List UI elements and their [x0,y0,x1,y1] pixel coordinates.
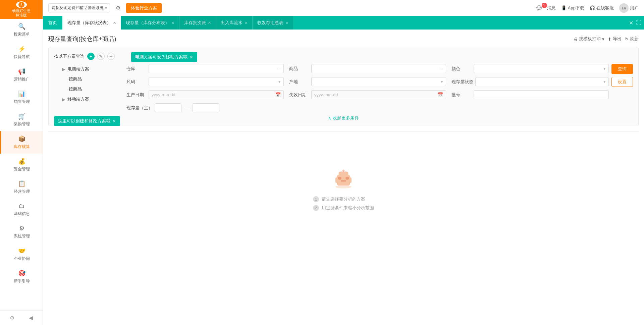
export-label: 导出 [613,36,622,42]
edit-plan-btn[interactable]: ✎ [97,53,105,60]
size-label: 尺码 [126,79,147,85]
filter-area: 按以下方案查询 + ✎ ← 电脑方案可设为移动方案哦 ✕ [48,48,639,126]
sidebar-item-label: 新手引导 [14,278,30,284]
tip-1-text: 请先选择要分析的方案 [322,196,365,202]
color-select[interactable]: ▾ [474,64,609,73]
pc-plan-item-2[interactable]: 按商品 [65,84,121,94]
collapse-up-icon: ∧ [328,116,331,121]
app-download-action[interactable]: 📱 App下载 [561,5,584,11]
tab-in-out-flow[interactable]: 出入库流水 ✕ [216,16,252,30]
prod-date-input[interactable]: yyyy-mm-dd 📅 [149,90,284,99]
svg-text:Ea: Ea [622,6,626,10]
tab-close-icon[interactable]: ✕ [208,21,211,25]
collapse-btn[interactable]: ∧ 收起更多条件 [54,112,633,121]
tab-home[interactable]: 首页 [43,16,62,30]
marketing-icon: 📢 [18,68,25,75]
page-content-area: 现存量查询(按仓库+商品) 🖨 按模板打印 ▾ ⬆ 导出 ↻ 刷新 [43,30,644,325]
goods-select[interactable]: ··· [311,64,446,73]
sidebar-item-operations[interactable]: 📋 经营管理 [0,176,43,199]
tooltip-1-close[interactable]: ✕ [190,55,193,60]
tab-receipt-summary[interactable]: 收发存汇总表 ✕ [252,16,293,30]
message-icon: 💬 [536,5,542,10]
tab-close-icon[interactable]: ✕ [171,21,174,25]
sidebar-item-inventory[interactable]: 📦 库存核算 [0,131,43,154]
tab-batch-account[interactable]: 库存批次账 ✕ [179,16,216,30]
svg-rect-7 [345,177,349,179]
plan-tree-pc[interactable]: ▶ 电脑端方案 [58,64,121,74]
online-support-action[interactable]: 🎧 在线客服 [590,5,614,11]
print-btn[interactable]: 🖨 按模板打印 ▾ [573,36,604,42]
sidebar-item-sales[interactable]: 📊 销售管理 [0,86,43,109]
user-action[interactable]: Ea 用户 [619,3,639,13]
calendar-icon-2: 📅 [438,92,443,97]
sidebar-collapse-btn[interactable]: ◀ [29,315,33,321]
exp-date-input[interactable]: yyyy-mm-dd 📅 [311,90,446,99]
pc-plan-children: 按商品 按商品 [65,74,121,94]
sidebar-item-system[interactable]: ⚙ 系统管理 [0,221,43,243]
back-plan-btn[interactable]: ← [107,53,115,60]
stock-status-chevron: ▾ [603,79,606,84]
sales-icon: 📊 [18,90,25,98]
tooltip-2-close[interactable]: ✕ [112,119,116,124]
mobile-plan-label: 移动端方案 [67,96,89,102]
stock-qty-max-input[interactable] [193,103,219,112]
page-title-bar: 现存量查询(按仓库+商品) 🖨 按模板打印 ▾ ⬆ 导出 ↻ 刷新 [48,35,639,43]
sidebar-item-enterprise[interactable]: 🤝 企业协同 [0,243,43,266]
sidebar-item-label: 资金管理 [14,166,30,172]
svg-point-4 [335,185,352,188]
industry-button[interactable]: 体验行业方案 [126,3,162,13]
tab-inventory-status[interactable]: 现存量（库存状况表） ✕ [62,16,121,30]
add-plan-btn[interactable]: + [87,53,95,60]
tab-close-icon[interactable]: ✕ [245,21,248,25]
sidebar-item-label: 营销推广 [14,76,30,82]
pc-plan-item-1[interactable]: 按商品 [65,74,121,84]
user-label: 用户 [630,5,639,11]
stock-status-label: 现存量状态 [451,79,473,85]
pc-plan-item-2-label: 按商品 [69,86,82,92]
tab-home-label: 首页 [48,20,57,26]
reset-button[interactable]: 设置 [611,77,633,87]
tab-fullscreen-btn[interactable]: ⛶ [636,20,641,26]
sidebar-item-marketing[interactable]: 📢 营销推广 [0,64,43,86]
sidebar-item-purchase[interactable]: 🛒 采购管理 [0,109,43,131]
filter-fields: 仓库 ··· 商品 ··· [121,64,609,112]
sidebar-item-finance[interactable]: 💰 资金管理 [0,154,43,176]
warehouse-select[interactable]: ··· [149,64,284,73]
tab-close-icon[interactable]: ✕ [285,21,288,25]
sidebar-item-search[interactable]: 🔍 搜索菜单 [0,19,43,41]
message-action[interactable]: 💬 9 消息 [536,5,556,11]
origin-chevron: ▾ [441,79,443,84]
back-icon: ← [109,54,113,59]
filter-goods: 商品 ··· [289,64,446,73]
export-btn[interactable]: ⬆ 导出 [608,36,622,42]
pc-plan-label: 电脑端方案 [67,66,89,72]
sidebar-logo: 6 畅通好生意 标准版 [0,0,43,19]
filter-size: 尺码 ▾ [126,77,284,86]
settings-button[interactable]: ⚙ [113,3,123,13]
empty-tip-1: 1 请先选择要分析的方案 [313,196,374,202]
origin-select[interactable]: ▾ [311,77,446,86]
stock-qty-min-input[interactable] [155,103,181,112]
tab-label: 现存量（库存分布表） [126,20,169,26]
filter-batch: 批号 [451,90,609,99]
sidebar-item-quick-nav[interactable]: ⚡ 快捷导航 [0,41,43,64]
finance-icon: 💰 [18,158,25,165]
refresh-btn[interactable]: ↻ 刷新 [625,36,639,42]
sidebar-item-guide[interactable]: 🎯 新手引导 [0,266,43,288]
sidebar-item-label: 企业协同 [14,256,30,262]
stock-status-select[interactable]: ▾ [475,77,609,86]
batch-input[interactable] [474,90,609,99]
query-button[interactable]: 查询 [611,64,633,74]
tab-close-all-btn[interactable]: ✕ [629,20,633,26]
tab-close-icon[interactable]: ✕ [113,21,116,25]
plan-tree-mobile[interactable]: ▶ 移动端方案 [58,94,121,104]
tab-inventory-dist[interactable]: 现存量（库存分布表） ✕ [121,16,179,30]
print-label: 按模板打印 [579,36,601,42]
collapse-label: 收起更多条件 [333,115,359,121]
empty-tips: 1 请先选择要分析的方案 2 用过滤条件来缩小分析范围 [313,196,374,211]
size-select[interactable]: ▾ [149,77,284,86]
sidebar-settings-btn[interactable]: ⚙ [10,315,14,321]
header-left: 装备及固定资产辅助管理系统 ▾ ⚙ 体验行业方案 [48,3,162,13]
sidebar-item-basic-info[interactable]: 🗂 基础信息 [0,199,43,221]
system-selector[interactable]: 装备及固定资产辅助管理系统 ▾ [48,3,110,12]
